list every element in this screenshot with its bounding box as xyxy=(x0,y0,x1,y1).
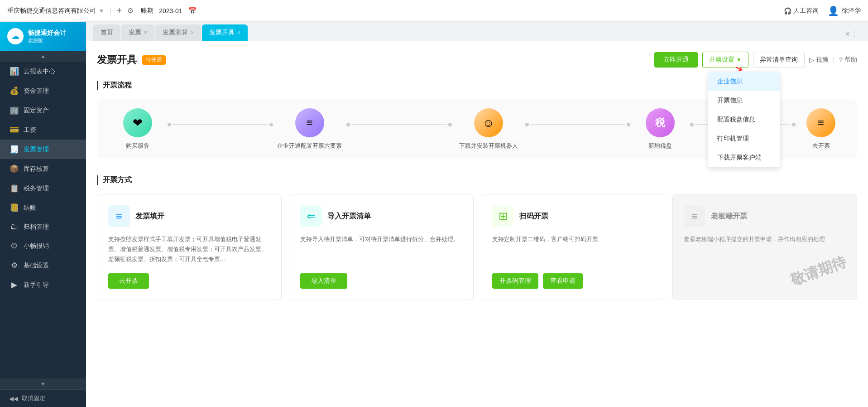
scan-view-button[interactable]: 查看申请 xyxy=(543,273,583,289)
flow-step-config: ≡ 企业开通配置开票六要素 xyxy=(276,108,344,150)
dropdown-item-printer[interactable]: 打印机管理 xyxy=(708,129,780,148)
fill-icon: ≡ xyxy=(108,205,130,227)
tab-cesuan-close[interactable]: × xyxy=(191,29,194,36)
sidebar-item-shuiwu[interactable]: 📋 税务管理 xyxy=(0,179,86,198)
company-dropdown-icon: ▼ xyxy=(99,8,104,14)
tab-bar: 首页 发票 × 发票测算 × 发票开具 × × ⛶ xyxy=(86,22,868,41)
help-circle-icon: ? xyxy=(839,56,843,63)
import-desc: 支持导入待开票清单，可对待开票清单进行拆分、合并处理。 xyxy=(300,234,462,264)
flow-label-buy: 购买服务 xyxy=(126,142,149,150)
dropdown-item-invoice-info[interactable]: 开票信息 xyxy=(708,91,780,110)
tab-fapiao[interactable]: 发票 × xyxy=(121,24,154,41)
flow-label-taxdisk: 新增税盘 xyxy=(648,142,672,150)
flow-icon-taxdisk: 税 xyxy=(646,108,675,137)
sidebar-scroll-up[interactable]: ▲ xyxy=(0,51,86,62)
tab-close-button[interactable]: × xyxy=(845,29,850,39)
dropdown-item-tax-disk[interactable]: 配置税盘信息 xyxy=(708,110,780,129)
tab-expand-button[interactable]: ⛶ xyxy=(854,30,861,39)
settings-dropdown-menu: ➜ 企业信息 开票信息 配置税盘信息 打印机管理 xyxy=(708,72,780,168)
add-company-button[interactable]: + xyxy=(117,5,122,16)
fapiao-label: 发票管理 xyxy=(24,145,49,154)
sidebar-item-jiezhang[interactable]: 📒 结账 xyxy=(0,198,86,218)
guding-label: 固定资产 xyxy=(24,107,49,115)
tab-fapiaocesuan[interactable]: 发票测算 × xyxy=(155,24,201,41)
sidebar-cancel-pin[interactable]: ◀◀ 取消固定 xyxy=(0,389,86,407)
user-info[interactable]: 👤 徐泽华 xyxy=(828,5,861,16)
methods-grid: ≡ 发票填开 支持按照发票样式手工填开发票；可开具增值税电子普通发票、增值税普通… xyxy=(97,194,857,300)
dropdown-item-download-client[interactable]: 下载开票客户端 xyxy=(708,148,780,167)
fill-go-button[interactable]: 去开票 xyxy=(108,273,149,289)
guidang-icon: 🗂 xyxy=(9,223,19,232)
tab-fapiao-close[interactable]: × xyxy=(144,29,147,36)
boss-title: 老板端开票 xyxy=(711,212,747,221)
abnormal-list-button[interactable]: 异常清单查询 xyxy=(753,52,805,68)
dropdown-item-enterprise[interactable]: 企业信息 xyxy=(708,72,780,91)
sidebar-item-xiaochang[interactable]: © 小畅报销 xyxy=(0,237,86,256)
flow-label-goinvoice: 去开票 xyxy=(812,142,830,150)
method-card-scan: ⊞ 扫码开票 支持定制开票二维码，客户端可扫码开票 开票码管理 查看申请 xyxy=(481,194,666,300)
fill-desc: 支持按照发票样式手工填开发票；可开具增值税电子普通发票、增值税普通发票、增值税专… xyxy=(108,234,270,264)
pin-icon: ◀◀ xyxy=(9,395,18,402)
gongzi-label: 工资 xyxy=(24,126,36,134)
sidebar-scroll-down[interactable]: ▼ xyxy=(0,378,86,389)
flow-step-taxdisk: 税 新增税盘 xyxy=(633,108,687,150)
flow-icon-download: ☺ xyxy=(474,108,503,137)
import-button[interactable]: 导入清单 xyxy=(300,273,347,289)
kucun-label: 库存核算 xyxy=(24,165,49,173)
sidebar-item-zijin[interactable]: 💰 资金管理 xyxy=(0,81,86,101)
logo-subtitle: 旗舰版 xyxy=(28,37,66,44)
logo-icon: ☁ xyxy=(7,28,24,44)
cancel-label: 取消固定 xyxy=(22,394,45,402)
logo-title: 畅捷通好会计 xyxy=(28,29,66,37)
tab-cesuan-label: 发票测算 xyxy=(163,29,188,37)
consultant-button[interactable]: 🎧 人工咨询 xyxy=(784,7,819,15)
headset-icon: 🎧 xyxy=(784,7,791,15)
xinshou-icon: ▶ xyxy=(9,280,19,290)
scan-code-button[interactable]: 开票码管理 xyxy=(492,273,538,289)
flow-label-config: 企业开通配置开票六要素 xyxy=(277,142,342,150)
page-header: 发票开具 待开通 立即开通 开票设置 ▼ ➜ 企业信息 xyxy=(97,52,857,68)
sidebar-item-gongzi[interactable]: 💳 工资 xyxy=(0,120,86,140)
sidebar-item-gudingzichan[interactable]: 🏢 固定资产 xyxy=(0,101,86,120)
period-label: 账期 xyxy=(141,7,153,15)
help-label: 帮助 xyxy=(844,56,857,64)
method-card-fill: ≡ 发票填开 支持按照发票样式手工填开发票；可开具增值税电子普通发票、增值税普通… xyxy=(97,194,282,300)
flow-connector-3 xyxy=(523,123,633,126)
sidebar-item-jichushezhi[interactable]: ⚙ 基础设置 xyxy=(0,256,86,275)
sidebar-item-yunbao[interactable]: 📊 云报表中心 xyxy=(0,62,86,81)
xiaochang-icon: © xyxy=(9,242,19,251)
sidebar-item-fapiao[interactable]: 🧾 发票管理 xyxy=(0,140,86,159)
sidebar-item-xinshouyindao[interactable]: ▶ 新手引导 xyxy=(0,275,86,295)
flow-connector-1 xyxy=(165,123,276,126)
kucun-icon: 📦 xyxy=(9,164,19,174)
sidebar-item-kucun[interactable]: 📦 库存核算 xyxy=(0,159,86,179)
video-label: 视频 xyxy=(816,56,829,64)
settings-button[interactable]: ⚙ xyxy=(127,6,134,15)
help-button[interactable]: ? 帮助 xyxy=(839,56,857,64)
jichushezhi-icon: ⚙ xyxy=(9,261,19,270)
sidebar-logo: ☁ 畅捷通好会计 旗舰版 xyxy=(0,22,86,51)
scan-desc: 支持定制开票二维码，客户端可扫码开票 xyxy=(492,234,654,264)
company-name: 重庆畅捷交通信息咨询有限公司 xyxy=(7,7,96,15)
sidebar-item-guidang[interactable]: 🗂 归档管理 xyxy=(0,218,86,237)
video-button[interactable]: ▷ 视频 xyxy=(809,56,829,64)
company-selector[interactable]: 重庆畅捷交通信息咨询有限公司 ▼ xyxy=(7,7,104,15)
tab-kaifu-close[interactable]: × xyxy=(237,29,240,36)
yunbao-icon: 📊 xyxy=(9,67,19,76)
guding-icon: 🏢 xyxy=(9,106,19,115)
calendar-button[interactable]: 📅 xyxy=(188,6,197,15)
flow-icon-goinvoice: ≡ xyxy=(806,108,835,137)
content-area: 首页 发票 × 发票测算 × 发票开具 × × ⛶ xyxy=(86,22,868,407)
flow-connector-2 xyxy=(344,123,455,126)
scan-title: 扫码开票 xyxy=(519,212,548,221)
tab-home[interactable]: 首页 xyxy=(93,24,120,41)
immediate-open-button[interactable]: 立即开通 xyxy=(654,52,698,68)
page-title: 发票开具 xyxy=(97,53,137,67)
page-content: 发票开具 待开通 立即开通 开票设置 ▼ ➜ 企业信息 xyxy=(86,41,868,407)
tab-fapiaokaifu[interactable]: 发票开具 × xyxy=(202,24,248,41)
period-value: 2023-01 xyxy=(159,7,182,15)
consultant-label: 人工咨询 xyxy=(793,7,819,15)
xinshou-label: 新手引导 xyxy=(24,281,49,289)
tab-kaifu-label: 发票开具 xyxy=(209,29,235,37)
methods-section-title: 开票方式 xyxy=(97,175,857,185)
